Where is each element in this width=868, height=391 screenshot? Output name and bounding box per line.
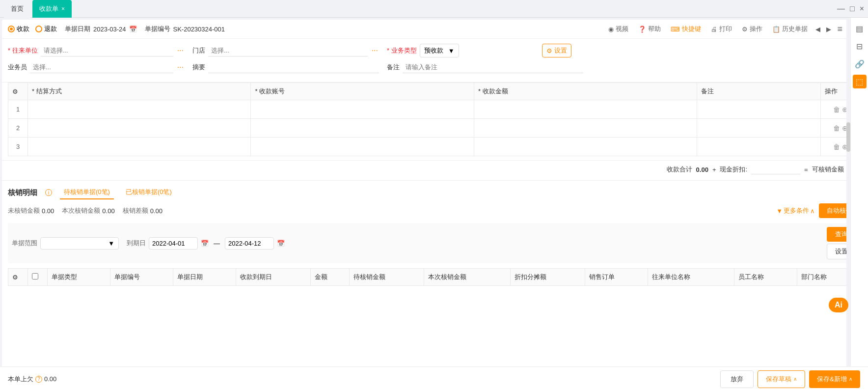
bottom-col-settings[interactable]: ⚙	[8, 269, 28, 286]
note-cell-1[interactable]	[697, 100, 821, 119]
col-pending-label: 待核销金额	[353, 273, 385, 280]
note-input[interactable]	[403, 61, 583, 73]
amount-cell-2[interactable]	[474, 119, 697, 138]
sidebar-icon-3[interactable]: 🔗	[853, 57, 867, 71]
tab-home[interactable]: 首页	[4, 0, 30, 18]
minimize-icon[interactable]: —	[837, 4, 845, 13]
account-cell-2[interactable]	[251, 119, 474, 138]
pending-tab[interactable]: 待核销单据(0笔)	[60, 186, 114, 199]
more-conditions-btn[interactable]: ▼ 更多条件 ∧	[776, 206, 815, 215]
calendar-to-icon[interactable]: 📅	[277, 240, 285, 247]
tab-close-icon[interactable]: ×	[61, 5, 65, 12]
account-cell-3[interactable]	[251, 138, 474, 156]
note-cell-3[interactable]	[697, 138, 821, 156]
store-field: 门店 ···	[192, 45, 379, 56]
list-view-icon[interactable]: ≡	[837, 24, 842, 34]
abstract-input[interactable]	[208, 61, 379, 73]
abandon-btn[interactable]: 放弃	[720, 370, 754, 388]
col-discount-label: 折扣分摊额	[515, 273, 546, 280]
delete-icon-1[interactable]: 🗑	[833, 106, 840, 113]
print-label: 打印	[719, 25, 732, 33]
nav-left-icon[interactable]: ◀	[815, 26, 820, 33]
prev-label: 本单上欠	[8, 375, 33, 384]
operation-btn[interactable]: ⚙ 操作	[740, 24, 764, 34]
discount-input[interactable]	[751, 165, 800, 174]
delete-icon-3[interactable]: 🗑	[833, 143, 840, 151]
settlement-cell-3[interactable]	[28, 138, 251, 156]
settlement-cell-1[interactable]	[28, 100, 251, 119]
amount-cell-1[interactable]	[474, 100, 697, 119]
calendar-icon[interactable]: 📅	[129, 26, 137, 33]
delete-icon-2[interactable]: 🗑	[833, 124, 840, 132]
reconcile-info-icon[interactable]: i	[45, 189, 52, 196]
help-btn[interactable]: ❓ 帮助	[636, 24, 663, 34]
sidebar-icon-2[interactable]: ⊟	[853, 39, 867, 53]
history-label: 历史单据	[782, 25, 808, 33]
store-input[interactable]	[208, 45, 368, 56]
range-filter: 单据范围 ▼	[12, 237, 119, 250]
select-all-checkbox[interactable]	[32, 273, 38, 279]
settings-icon: ⚙	[12, 88, 18, 95]
history-btn[interactable]: 📋 历史单据	[770, 24, 810, 34]
col-settings-header[interactable]: ⚙	[8, 83, 28, 100]
note-cell-2[interactable]	[697, 119, 821, 138]
col-amount-header-b: 金额	[310, 269, 350, 286]
history-icon: 📋	[772, 26, 780, 33]
row-num-3: 3	[8, 138, 28, 156]
radio-refund[interactable]: 退款	[35, 25, 57, 33]
col-settlement-header: * 结算方式	[28, 83, 251, 100]
unverified-label: 未核销金额	[8, 206, 40, 215]
sidebar-icon-1[interactable]: ▤	[853, 22, 867, 35]
bottom-col-checkbox	[28, 269, 48, 286]
nav-right-icon[interactable]: ▶	[826, 26, 831, 33]
reconcile-section: 核销明细 i 待核销单据(0笔) 已核销单据(0笔) 未核销金额 0.00 本次…	[2, 180, 866, 291]
business-type-select[interactable]: 预收款 ▼	[420, 44, 459, 57]
reconcile-title: 核销明细	[8, 188, 37, 197]
print-btn[interactable]: 🖨 打印	[709, 24, 734, 34]
ai-badge[interactable]: Ai	[829, 298, 848, 312]
calendar-from-icon[interactable]: 📅	[201, 240, 209, 247]
range-select[interactable]: ▼	[40, 237, 119, 250]
filter-icon: ▼	[776, 207, 783, 215]
sidebar-icon-4[interactable]: ⬚	[853, 75, 867, 88]
account-cell-1[interactable]	[251, 100, 474, 119]
shortcut-btn[interactable]: ⌨ 快捷键	[669, 24, 703, 34]
radio-collect[interactable]: 收款	[8, 25, 29, 33]
col-store-label: 部门名称	[801, 273, 827, 280]
chevron-down-icon: ▼	[108, 240, 114, 247]
scrollbar-thumb[interactable]	[846, 122, 850, 152]
col-pending-header: 待核销金额	[350, 269, 424, 286]
completed-tab[interactable]: 已核销单据(0笔)	[122, 186, 176, 199]
date-dash: —	[214, 240, 220, 247]
date-from-input[interactable]	[149, 237, 198, 250]
settings-btn[interactable]: ⚙ 设置	[542, 44, 571, 57]
footer-actions: 放弃 保存草稿 ∧ 保存&新增 ∧	[720, 370, 860, 388]
diff-stat: 核销差额 0.00	[123, 206, 163, 215]
save-draft-btn[interactable]: 保存草稿 ∧	[758, 370, 805, 388]
operation-label: 操作	[750, 25, 762, 33]
right-sidebar: ▤ ⊟ 🔗 ⬚	[850, 18, 868, 366]
close-icon[interactable]: ×	[860, 4, 864, 13]
date-value: 2023-03-24	[93, 26, 126, 33]
save-new-btn[interactable]: 保存&新增 ∧	[809, 370, 860, 388]
col-sales-order-header: 销售订单	[585, 269, 648, 286]
date-field: 单据日期 2023-03-24 📅	[65, 25, 137, 33]
store-more-btn[interactable]: ···	[371, 46, 379, 55]
partner-label: * 往来单位	[8, 46, 38, 55]
staff-more-btn[interactable]: ···	[176, 63, 185, 72]
video-btn[interactable]: ◉ 视频	[606, 24, 630, 34]
amount-cell-3[interactable]	[474, 138, 697, 156]
staff-input[interactable]	[30, 61, 173, 73]
partner-input[interactable]	[41, 45, 173, 56]
date-to-input[interactable]	[225, 237, 274, 250]
table-row: 1 🗑 ⊕	[8, 100, 860, 119]
footer-info-icon[interactable]: ?	[35, 376, 42, 383]
tab-active[interactable]: 收款单 ×	[32, 0, 72, 18]
settlement-cell-2[interactable]	[28, 119, 251, 138]
col-due-date-label: 收款到期日	[240, 273, 272, 280]
maximize-icon[interactable]: □	[850, 4, 855, 13]
data-table-section: ⚙ * 结算方式 * 收款账号 * 收款金额 备注 操作	[2, 83, 866, 160]
partner-more-btn[interactable]: ···	[176, 46, 185, 55]
col-doc-type-label: 单据类型	[52, 273, 77, 280]
col-staff-header: 员工名称	[734, 269, 797, 286]
